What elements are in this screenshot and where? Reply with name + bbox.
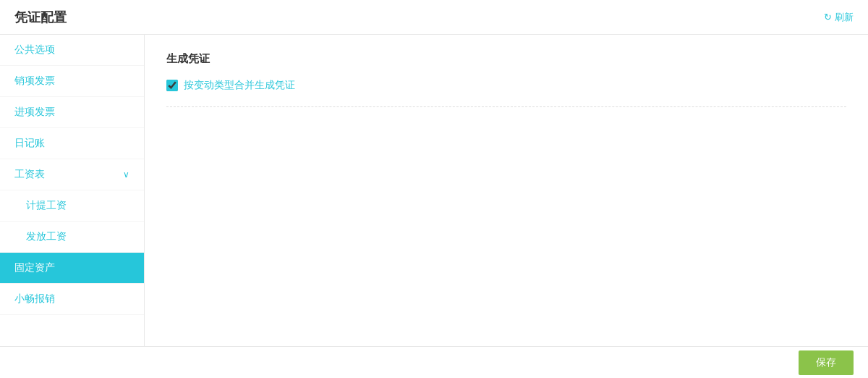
sidebar-item-journal[interactable]: 日记账 — [0, 128, 144, 159]
sidebar-item-payroll[interactable]: 工资表 ∨ — [0, 159, 144, 190]
sidebar-item-label: 日记账 — [14, 137, 45, 150]
sidebar-item-label: 公共选项 — [14, 43, 55, 56]
merge-by-type-checkbox[interactable] — [166, 80, 178, 91]
merge-by-type-label[interactable]: 按变动类型合并生成凭证 — [184, 79, 295, 92]
refresh-icon: ↻ — [824, 12, 832, 22]
checkbox-row: 按变动类型合并生成凭证 — [166, 79, 846, 92]
save-button[interactable]: 保存 — [799, 350, 854, 375]
footer: 保存 — [0, 346, 868, 378]
chevron-down-icon: ∨ — [123, 169, 129, 180]
header: 凭证配置 ↻ 刷新 — [0, 0, 868, 35]
sidebar-item-label: 工资表 — [14, 168, 45, 181]
sidebar-item-pay-salary[interactable]: 发放工资 — [0, 222, 144, 253]
refresh-label: 刷新 — [835, 11, 854, 24]
sidebar-item-fixed-assets[interactable]: 固定资产 — [0, 253, 144, 284]
sidebar-item-sales-invoice[interactable]: 销项发票 — [0, 66, 144, 97]
sidebar-item-label: 固定资产 — [14, 261, 55, 274]
page-title: 凭证配置 — [14, 9, 67, 26]
sidebar: 公共选项 销项发票 进项发票 日记账 工资表 ∨ 计提工资 发放工资 固定资产 … — [0, 35, 145, 346]
refresh-button[interactable]: ↻ 刷新 — [824, 11, 854, 24]
sidebar-item-label: 发放工资 — [26, 230, 67, 243]
section-title: 生成凭证 — [166, 52, 846, 66]
sidebar-item-label: 计提工资 — [26, 199, 67, 212]
sidebar-item-public-options[interactable]: 公共选项 — [0, 35, 144, 66]
sidebar-item-label: 小畅报销 — [14, 293, 55, 306]
sidebar-item-commission[interactable]: 计提工资 — [0, 190, 144, 222]
sidebar-item-label: 销项发票 — [14, 75, 55, 88]
content-area: 生成凭证 按变动类型合并生成凭证 — [145, 35, 868, 346]
main-layout: 公共选项 销项发票 进项发票 日记账 工资表 ∨ 计提工资 发放工资 固定资产 … — [0, 35, 868, 346]
sidebar-item-petty-expense[interactable]: 小畅报销 — [0, 284, 144, 315]
sidebar-item-purchase-invoice[interactable]: 进项发票 — [0, 97, 144, 128]
sidebar-item-label: 进项发票 — [14, 106, 55, 119]
section-divider — [166, 106, 846, 107]
